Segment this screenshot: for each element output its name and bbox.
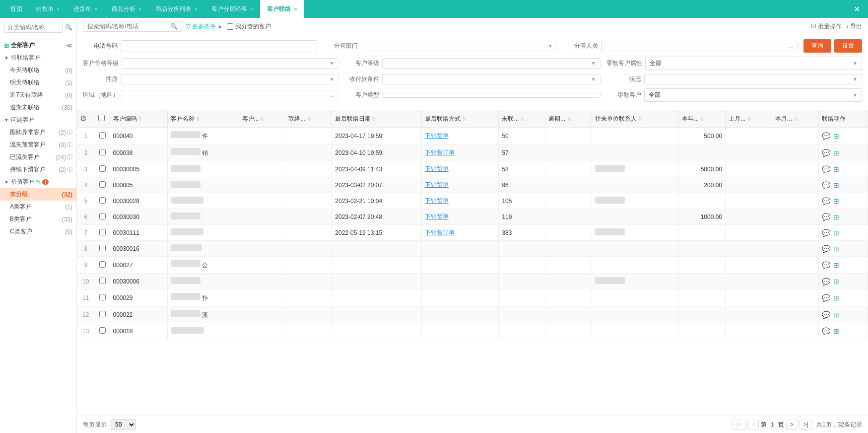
sidebar-ungroup[interactable]: 未分组 (32) xyxy=(0,188,76,201)
contact-action-icon[interactable]: 💬 xyxy=(822,294,830,302)
sidebar-collapse-icon[interactable]: ≪ xyxy=(66,42,72,49)
row-checkbox[interactable] xyxy=(99,181,106,188)
row-checkbox-cell[interactable] xyxy=(95,193,110,209)
phone-input[interactable] xyxy=(121,40,317,52)
row-checkbox-cell[interactable] xyxy=(95,128,110,144)
last-method-link[interactable]: 下销货单 xyxy=(425,197,449,204)
last-method-link[interactable]: 下销货单 xyxy=(425,181,449,188)
refresh-icon[interactable]: ↻ xyxy=(36,179,40,185)
my-customers-check[interactable] xyxy=(227,23,233,30)
row-checkbox-cell[interactable] xyxy=(95,209,110,225)
more-action-icon[interactable]: ⊞ xyxy=(833,261,839,269)
contact-action-icon[interactable]: 💬 xyxy=(822,132,830,140)
sidebar-tomorrow-pending[interactable]: 明天待联络 (1) xyxy=(0,76,76,89)
sidebar-search-input[interactable] xyxy=(4,22,63,33)
last-method-link[interactable]: 下销售订单 xyxy=(425,149,455,156)
col-category[interactable]: 客户... xyxy=(239,110,285,128)
sidebar-problem-customers-section[interactable]: ▼ 问题客户 xyxy=(0,114,76,126)
more-action-icon[interactable]: ⊞ xyxy=(833,197,839,205)
gear-header[interactable]: ⚙ xyxy=(77,110,95,128)
contact-action-icon[interactable]: 💬 xyxy=(822,245,830,253)
sidebar-group-b[interactable]: B类客户 (33) xyxy=(0,213,76,225)
more-conditions-btn[interactable]: ▽ 更多条件 ▲ xyxy=(186,22,223,31)
customer-type-select[interactable] xyxy=(382,93,600,98)
my-customers-checkbox[interactable]: 我分管的客户 xyxy=(227,22,271,31)
more-action-icon[interactable]: ⊞ xyxy=(833,165,839,173)
contact-action-icon[interactable]: 💬 xyxy=(822,197,830,205)
nav-tab-customer-segment[interactable]: 客户分层经客 × xyxy=(204,0,260,18)
col-this-year[interactable]: 本年... xyxy=(679,110,726,128)
sidebar-churn-warning-customers[interactable]: 流失预警客户 (3) ⓘ xyxy=(0,139,76,151)
last-method-link[interactable]: 下销货单 xyxy=(425,132,449,139)
more-action-icon[interactable]: ⊞ xyxy=(833,311,839,319)
page-size-select[interactable]: 50100200 xyxy=(111,419,136,430)
contact-action-icon[interactable]: 💬 xyxy=(822,165,830,173)
row-checkbox[interactable] xyxy=(99,327,106,334)
first-page-btn[interactable]: |< xyxy=(733,420,745,430)
contact-action-icon[interactable]: 💬 xyxy=(822,261,830,269)
col-code[interactable]: 客户编码 xyxy=(110,110,168,128)
sidebar-declining-customers[interactable]: 持续下滑客户 (2) ⓘ xyxy=(0,163,76,176)
col-last-month[interactable]: 上月... xyxy=(726,110,772,128)
department-select[interactable]: ▼ xyxy=(361,41,557,51)
row-checkbox-cell[interactable] xyxy=(95,257,110,274)
more-action-icon[interactable]: ⊞ xyxy=(833,294,839,302)
sidebar-overdue-pending[interactable]: 逾期未联络 (30) xyxy=(0,101,76,114)
sidebar-search-icon[interactable]: 🔍 xyxy=(65,24,72,31)
sidebar-pending-contact-section[interactable]: ▼ 待联络客户 xyxy=(0,52,76,64)
close-sales-tab[interactable]: × xyxy=(57,6,60,12)
contact-action-icon[interactable]: 💬 xyxy=(822,229,830,237)
close-purchase-tab[interactable]: × xyxy=(94,6,97,12)
query-btn[interactable]: 查询 xyxy=(803,39,831,53)
sidebar-hoarding-customers[interactable]: 囤购异常客户 (2) ⓘ xyxy=(0,126,76,139)
row-checkbox-cell[interactable] xyxy=(95,144,110,161)
contact-action-icon[interactable]: 💬 xyxy=(822,278,830,286)
close-product-list-tab[interactable]: × xyxy=(194,6,197,12)
prev-page-btn[interactable]: < xyxy=(747,420,759,430)
nav-tab-sales[interactable]: 销售单 × xyxy=(29,0,67,18)
col-no-contact[interactable]: 未联... xyxy=(499,110,545,128)
sidebar-value-customers-section[interactable]: ▼ 价值客户 ↻ ! xyxy=(0,176,76,188)
sidebar-all-customers-header[interactable]: ⊞ 全部客户 ≪ xyxy=(0,37,76,52)
search-icon[interactable]: 🔍 xyxy=(170,23,178,30)
last-method-link[interactable]: 下销货单 xyxy=(425,165,449,172)
row-checkbox[interactable] xyxy=(99,165,106,172)
row-checkbox[interactable] xyxy=(99,245,106,251)
sidebar-group-a[interactable]: A类客户 (1) xyxy=(0,201,76,213)
export-btn[interactable]: ↓ 导出 xyxy=(846,22,862,31)
window-close-btn[interactable]: ✕ xyxy=(850,4,864,14)
batch-operation-btn[interactable]: ☑ 批量操作 xyxy=(811,22,842,31)
nav-tab-product-analysis[interactable]: 商品分析 × xyxy=(105,0,148,18)
row-checkbox-cell[interactable] xyxy=(95,161,110,177)
row-checkbox-cell[interactable] xyxy=(95,241,110,257)
sidebar-group-c[interactable]: C类客户 (6) xyxy=(0,225,76,238)
row-checkbox[interactable] xyxy=(99,261,106,268)
row-checkbox-cell[interactable] xyxy=(95,177,110,193)
last-method-link[interactable]: 下销货单 xyxy=(425,213,449,220)
col-this-month[interactable]: 本月... xyxy=(772,110,818,128)
contact-action-icon[interactable]: 💬 xyxy=(822,181,830,189)
more-action-icon[interactable]: ⊞ xyxy=(833,132,839,140)
row-checkbox-cell[interactable] xyxy=(95,289,110,306)
close-customer-segment-tab[interactable]: × xyxy=(250,6,253,12)
home-tab[interactable]: 首页 xyxy=(4,0,29,18)
contact-action-icon[interactable]: 💬 xyxy=(822,327,830,335)
nav-tab-product-list[interactable]: 商品分析列表 × xyxy=(148,0,204,18)
last-page-btn[interactable]: >| xyxy=(800,420,812,430)
manager-select[interactable]: … xyxy=(601,41,798,51)
more-action-icon[interactable]: ⊞ xyxy=(833,229,839,237)
nature-select[interactable]: ▼ xyxy=(121,74,338,84)
row-checkbox[interactable] xyxy=(99,278,106,284)
row-checkbox[interactable] xyxy=(99,311,106,317)
col-last-date[interactable]: 最后联络日期 xyxy=(332,110,421,128)
col-contact[interactable]: 联络... xyxy=(285,110,332,128)
payment-select[interactable]: ▼ xyxy=(382,74,600,84)
col-name[interactable]: 客户名称 xyxy=(168,110,239,128)
contact-action-icon[interactable]: 💬 xyxy=(822,311,830,319)
col-overdue[interactable]: 逾期... xyxy=(545,110,592,128)
row-checkbox[interactable] xyxy=(99,132,106,139)
select-all-checkbox[interactable] xyxy=(98,115,105,121)
more-action-icon[interactable]: ⊞ xyxy=(833,181,839,189)
more-action-icon[interactable]: ⊞ xyxy=(833,278,839,286)
close-product-analysis-tab[interactable]: × xyxy=(138,6,141,12)
